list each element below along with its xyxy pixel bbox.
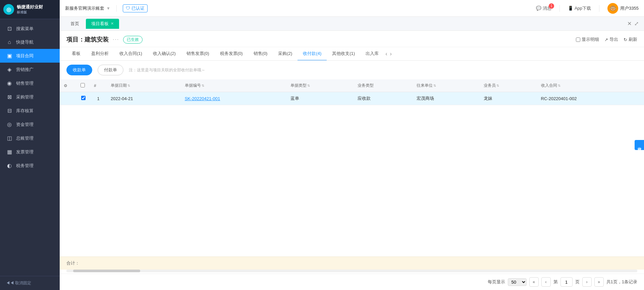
sidebar-item-quick-nav[interactable]: ⌂ 快捷导航	[0, 35, 60, 49]
sub-tab-3[interactable]: 收入确认(2)	[148, 47, 181, 61]
app-download-label: App下载	[575, 5, 591, 11]
sidebar-item-tax[interactable]: ◐ 税务管理	[0, 159, 60, 172]
doc-code-link-0[interactable]: SK-20220421-001	[185, 96, 220, 101]
sidebar-label-inventory: 库存核算	[16, 108, 34, 114]
th-code[interactable]: 单据编号⇅	[181, 79, 287, 92]
user-menu[interactable]: 🐵 用户3355	[607, 3, 639, 14]
sidebar-icon-sales: ◉	[6, 80, 13, 86]
th-contract[interactable]: 收入合同⇅	[537, 79, 644, 92]
th-type-sort-icon: ⇅	[307, 84, 310, 87]
right-float-label: 收款单	[637, 144, 642, 146]
toggle-hint: 注：这里是与项目关联的全部收付款单哦～	[129, 67, 205, 73]
sub-tab-2[interactable]: 收入合同(1)	[114, 47, 148, 61]
payment-toggle[interactable]: 付款单	[98, 65, 123, 75]
project-actions: 显示明细 ↗ 导出 ↻ 刷新	[576, 37, 637, 43]
right-float-button[interactable]: 收款单	[635, 140, 644, 150]
td-num-0: 1	[90, 92, 107, 105]
sub-tab-9[interactable]: 其他收支(1)	[327, 47, 360, 61]
tab-close-icon[interactable]: ✕	[111, 21, 114, 26]
window-close-button[interactable]: ✕	[627, 20, 632, 27]
export-button[interactable]: ↗ 导出	[604, 37, 618, 43]
topbar-divider-2	[559, 5, 560, 12]
sidebar-header: ◎ 畅捷通好业财 标准版	[0, 0, 60, 19]
sub-tab-5[interactable]: 税务发票(0)	[215, 47, 248, 61]
sub-tabs-next-arrow[interactable]: ›	[388, 51, 393, 57]
user-avatar: 🐵	[607, 3, 618, 14]
total-pages-label: 共1页，1条记录	[606, 279, 637, 285]
td-contract-0: RC-20220401-002	[537, 92, 644, 105]
sub-tab-6[interactable]: 销售(0)	[248, 47, 273, 61]
window-maximize-button[interactable]: ⤢	[634, 20, 639, 27]
th-type[interactable]: 单据类型⇅	[286, 79, 354, 92]
topbar-divider-3	[599, 5, 599, 12]
th-settings[interactable]: ⚙	[60, 79, 76, 92]
sidebar-item-project-contract[interactable]: ▣ 项目合同	[0, 49, 60, 63]
page-suffix: 页	[575, 279, 580, 285]
last-page-button[interactable]: »	[594, 277, 604, 287]
th-contract-label: 收入合同	[541, 83, 557, 88]
th-salesman[interactable]: 业务员⇅	[480, 79, 537, 92]
th-checkbox[interactable]	[76, 79, 90, 92]
account-dropdown-icon[interactable]: ▼	[106, 6, 110, 11]
sidebar-item-invoice[interactable]: ▦ 发票管理	[0, 145, 60, 159]
sidebar-label-sales: 销售管理	[16, 80, 34, 86]
sidebar-item-finance[interactable]: ◎ 资金管理	[0, 118, 60, 131]
select-all-checkbox[interactable]	[80, 83, 85, 87]
horizontal-scrollbar[interactable]	[66, 270, 637, 272]
td-checkbox-0[interactable]	[76, 92, 90, 105]
project-more-button[interactable]: ···	[113, 37, 119, 43]
sidebar-item-purchase[interactable]: ⊠ 采购管理	[0, 90, 60, 104]
sidebar-label-search: 搜索菜单	[16, 26, 34, 32]
td-code-0[interactable]: SK-20220421-001	[181, 92, 287, 105]
current-page-input[interactable]	[560, 277, 573, 287]
sidebar-item-general-ledger[interactable]: ◫ 总账管理	[0, 131, 60, 145]
prev-page-button[interactable]: ‹	[541, 277, 551, 287]
phone-icon: 📱	[568, 6, 573, 11]
sub-tab-10[interactable]: 出入库	[360, 47, 384, 61]
sidebar-icon-project-contract: ▣	[6, 53, 13, 59]
per-page-select[interactable]: 50 20 100	[508, 278, 527, 286]
certified-badge: 🛡 已认证	[123, 4, 148, 12]
sub-tab-4[interactable]: 销售发票(0)	[181, 47, 215, 61]
first-page-button[interactable]: «	[529, 277, 539, 287]
tab-window-controls: ✕ ⤢	[627, 20, 639, 27]
sidebar-item-inventory[interactable]: ⊟ 库存核算	[0, 104, 60, 118]
sidebar-label-project-contract: 项目合同	[16, 53, 34, 59]
next-page-button[interactable]: ›	[582, 277, 592, 287]
sidebar-pin-toggle[interactable]: ◀◀ 取消固定	[0, 276, 60, 290]
sub-tab-7[interactable]: 采购(2)	[273, 47, 298, 61]
refresh-button[interactable]: ↻ 刷新	[624, 37, 637, 43]
sidebar-item-marketing[interactable]: ◈ 营销推广	[0, 63, 60, 76]
sub-tab-1[interactable]: 盈利分析	[86, 47, 114, 61]
certified-label: 已认证	[131, 5, 145, 11]
pagination-bar: 每页显示 50 20 100 « ‹ 第 页 › » 共1页，1条记录	[60, 274, 644, 290]
row-checkbox-0[interactable]	[81, 96, 86, 100]
table-row[interactable]: 1 2022-04-21 SK-20220421-001 蓝单 应收款 宏茂商场…	[60, 92, 644, 105]
sidebar-item-search[interactable]: ⊡ 搜索菜单	[0, 22, 60, 35]
th-biz-type-label: 业务类型	[358, 83, 374, 88]
th-date[interactable]: 单据日期⇅	[107, 79, 181, 92]
sidebar-item-sales[interactable]: ◉ 销售管理	[0, 76, 60, 90]
app-edition: 标准版	[17, 10, 43, 15]
message-button[interactable]: 💬 消息 1	[536, 5, 551, 11]
account-selector[interactable]: 新服务官网演示账套 ▼	[65, 5, 110, 11]
app-download-button[interactable]: 📱 App下载	[568, 5, 591, 11]
toggle-row: 收款单 付款单 注：这里是与项目关联的全部收付款单哦～	[60, 61, 644, 79]
sub-tab-0[interactable]: 看板	[66, 47, 86, 61]
tab-home[interactable]: 首页	[65, 19, 85, 29]
show-detail-toggle[interactable]: 显示明细	[576, 37, 599, 43]
sidebar-icon-inventory: ⊟	[6, 107, 13, 114]
tab-project-board[interactable]: 项目看板 ✕	[86, 19, 119, 29]
sub-tabs-prev-arrow[interactable]: ‹	[384, 51, 388, 57]
th-code-sort-icon: ⇅	[202, 84, 204, 87]
scrollbar-thumb[interactable]	[73, 270, 140, 272]
sidebar-label-general-ledger: 总账管理	[16, 135, 34, 141]
receipt-toggle[interactable]: 收款单	[66, 65, 92, 75]
show-detail-checkbox[interactable]	[576, 38, 580, 42]
content-area: 项目：建筑安装 ··· 已生效 显示明细 ↗ 导出 ↻ 刷新	[60, 31, 644, 290]
sidebar-label-invoice: 发票管理	[16, 149, 34, 155]
td-date-0: 2022-04-21	[107, 92, 181, 105]
show-detail-label: 显示明细	[582, 37, 599, 43]
sub-tab-8[interactable]: 收付款(4)	[298, 47, 327, 61]
th-partner[interactable]: 往来单位⇅	[413, 79, 480, 92]
